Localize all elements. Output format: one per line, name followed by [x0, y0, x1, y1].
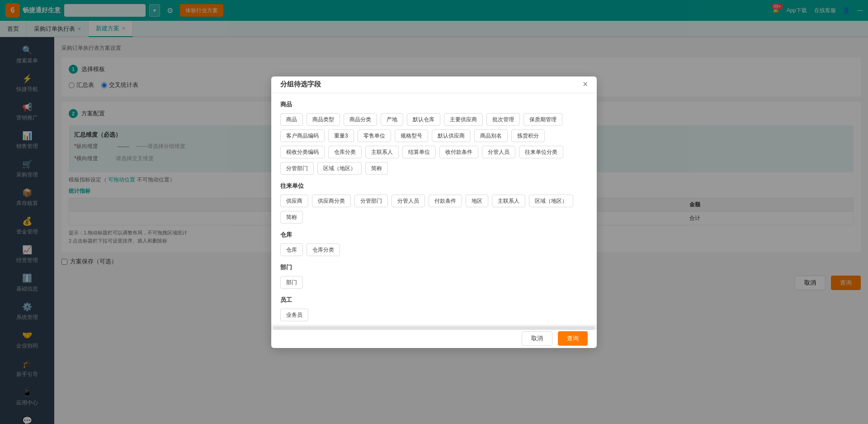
modal-body: 商品商品商品类型商品分类产地默认仓库主要供应商批次管理保质期管理客户商品编码重量…: [271, 93, 597, 324]
field-tag-0-5[interactable]: 主要供应商: [444, 113, 483, 126]
modal-header: 分组待选字段 ×: [271, 76, 597, 94]
field-tag-0-3[interactable]: 产地: [381, 113, 403, 126]
field-tag-0-18[interactable]: 结算单位: [402, 146, 436, 158]
section-title-0: 商品: [280, 100, 588, 109]
field-tag-0-21[interactable]: 往来单位分类: [519, 146, 563, 158]
field-tag-0-0[interactable]: 商品: [280, 113, 303, 126]
field-tag-1-0[interactable]: 供应商: [280, 195, 308, 207]
field-tag-0-20[interactable]: 分管人员: [482, 146, 515, 158]
field-tag-4-0[interactable]: 业务员: [280, 309, 308, 321]
field-tag-1-2[interactable]: 分管部门: [354, 195, 388, 207]
modal-section-3: 部门部门: [280, 263, 588, 289]
field-tag-0-6[interactable]: 批次管理: [486, 113, 520, 126]
field-tag-1-6[interactable]: 主联系人: [492, 195, 525, 207]
field-tag-0-14[interactable]: 拣货积分: [511, 129, 545, 142]
modal-section-0: 商品商品商品类型商品分类产地默认仓库主要供应商批次管理保质期管理客户商品编码重量…: [280, 100, 588, 175]
field-tag-0-2[interactable]: 商品分类: [344, 113, 377, 126]
section-title-4: 员工: [280, 296, 588, 304]
modal-horizontal-scrollbar[interactable]: [271, 325, 597, 329]
field-tag-2-1[interactable]: 仓库分类: [307, 243, 340, 256]
field-tag-1-7[interactable]: 区域（地区）: [529, 195, 573, 207]
field-tag-3-0[interactable]: 部门: [280, 276, 303, 289]
modal-title: 分组待选字段: [280, 80, 321, 89]
modal-section-1: 往来单位供应商供应商分类分管部门分管人员付款条件地区主联系人区域（地区）简称: [280, 182, 588, 224]
section-tags-2: 仓库仓库分类: [280, 243, 588, 256]
field-tag-2-0[interactable]: 仓库: [280, 243, 303, 256]
field-tag-0-17[interactable]: 主联系人: [365, 146, 399, 158]
field-tag-0-4[interactable]: 默认仓库: [407, 113, 440, 126]
section-title-1: 往来单位: [280, 182, 588, 190]
field-tag-0-19[interactable]: 收付款条件: [439, 146, 478, 158]
section-tags-0: 商品商品类型商品分类产地默认仓库主要供应商批次管理保质期管理客户商品编码重量3零…: [280, 113, 588, 175]
field-tag-0-22[interactable]: 分管部门: [280, 162, 314, 175]
section-tags-3: 部门: [280, 276, 588, 289]
modal-cancel-button[interactable]: 取消: [522, 331, 552, 346]
modal: 分组待选字段 × 商品商品商品类型商品分类产地默认仓库主要供应商批次管理保质期管…: [271, 76, 597, 348]
field-tag-0-16[interactable]: 仓库分类: [328, 146, 362, 158]
section-title-2: 仓库: [280, 231, 588, 239]
field-tag-1-1[interactable]: 供应商分类: [312, 195, 351, 207]
field-tag-1-4[interactable]: 付款条件: [429, 195, 462, 207]
field-tag-0-10[interactable]: 零售单位: [358, 129, 391, 142]
section-title-3: 部门: [280, 263, 588, 272]
modal-overlay[interactable]: 分组待选字段 × 商品商品商品类型商品分类产地默认仓库主要供应商批次管理保质期管…: [0, 0, 868, 424]
field-tag-0-24[interactable]: 简称: [365, 162, 388, 175]
field-tag-0-12[interactable]: 默认供应商: [432, 129, 471, 142]
field-tag-1-3[interactable]: 分管人员: [392, 195, 425, 207]
field-tag-0-13[interactable]: 商品别名: [474, 129, 508, 142]
modal-section-2: 仓库仓库仓库分类: [280, 231, 588, 256]
modal-footer: 取消 查询: [271, 329, 597, 348]
field-tag-0-15[interactable]: 税收分类编码: [280, 146, 325, 158]
field-tag-0-23[interactable]: 区域（地区）: [317, 162, 362, 175]
modal-close-button[interactable]: ×: [583, 80, 588, 89]
modal-confirm-button[interactable]: 查询: [558, 331, 588, 346]
field-tag-0-1[interactable]: 商品类型: [307, 113, 340, 126]
field-tag-0-9[interactable]: 重量3: [328, 129, 354, 142]
modal-section-4: 员工业务员: [280, 296, 588, 321]
field-tag-0-8[interactable]: 客户商品编码: [280, 129, 325, 142]
field-tag-1-8[interactable]: 简称: [280, 211, 303, 224]
field-tag-1-5[interactable]: 地区: [466, 195, 488, 207]
field-tag-0-11[interactable]: 规格型号: [395, 129, 428, 142]
section-tags-1: 供应商供应商分类分管部门分管人员付款条件地区主联系人区域（地区）简称: [280, 195, 588, 224]
section-tags-4: 业务员: [280, 309, 588, 321]
field-tag-0-7[interactable]: 保质期管理: [524, 113, 562, 126]
